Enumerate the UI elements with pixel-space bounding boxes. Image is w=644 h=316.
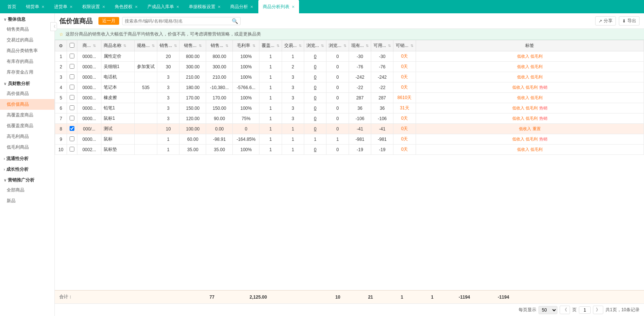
sidebar-group-finance[interactable]: ∨ 员财数分析 [0,78,54,88]
nav-purchase-order[interactable]: 进货单 ✕ [50,0,77,13]
sidebar-item-high-coverage[interactable]: 高覆盖度商品 [0,110,54,120]
footer-col12: 1 [431,295,433,300]
row-checkbox[interactable] [70,64,74,69]
row-checkbox[interactable] [70,116,74,120]
stock-link[interactable]: 0 [314,85,316,90]
per-page-select[interactable]: 50 100 200 [539,306,557,314]
col-current-stock-header[interactable]: 现有... ⇅ [349,40,371,51]
sidebar-item-low-coverage[interactable]: 低覆盖度商品 [0,120,54,131]
row-checkbox-cell[interactable] [67,62,77,72]
nav-role-auth[interactable]: 角色授权 ✕ [110,0,142,13]
sidebar-item-category-sales-rate[interactable]: 商品分类销售率 [0,45,54,56]
close-icon[interactable]: ✕ [176,5,179,9]
close-icon[interactable]: ✕ [250,5,253,9]
sidebar-item-stock-capital[interactable]: 库存资金占用 [0,67,54,78]
nav-permission[interactable]: 权限设置 ✕ [78,0,110,13]
row-num: 10 [55,145,67,155]
row-checkbox-cell[interactable] [67,145,77,155]
row-checkbox-cell[interactable] [67,72,77,82]
row-checkbox-cell[interactable] [67,51,77,62]
row-checkbox[interactable] [70,105,74,110]
stock-link[interactable]: 0 [314,64,316,69]
search-icon[interactable]: 🔍 [232,18,238,24]
col-sales2-header[interactable]: 销售... ⇅ [180,40,206,51]
stock-link[interactable]: 0 [314,95,316,101]
row-checkbox[interactable] [70,147,74,152]
nav-product-inbound[interactable]: 产成品入库单 ✕ [143,0,184,13]
row-checkbox-cell[interactable] [67,82,77,93]
col-transaction-header[interactable]: 交易... ⇅ [282,40,304,51]
sidebar-item-high-profit[interactable]: 高毛利商品 [0,131,54,142]
col-coverage-header[interactable]: 覆盖... ⇅ [259,40,282,51]
stock-link[interactable]: 0 [314,54,316,59]
col-sales3-header[interactable]: 销售... ⇅ [206,40,233,51]
current-page-input[interactable] [579,306,591,314]
sidebar-item-low-profit[interactable]: 低毛利商品 [0,142,54,153]
row-checkbox-cell[interactable] [67,134,77,145]
nav-product-analysis-list[interactable]: 商品分析列表 ✕ [258,0,299,13]
sidebar-group-marketing[interactable]: ∨ 营销推广分析 [0,174,54,185]
prev-page-button[interactable]: 《 [560,306,570,314]
share-button[interactable]: ↗ 分享 [595,16,616,26]
row-profit-rate: 100% [233,103,259,113]
col-views1-header[interactable]: 浏览... ⇅ [304,40,326,51]
sidebar-item-traded-products[interactable]: 交易过的商品 [0,35,54,45]
search-input[interactable] [125,18,232,24]
select-all-checkbox[interactable] [70,43,74,48]
sidebar-item-all-products[interactable]: 全部商品 [0,185,54,196]
stock-link[interactable]: 0 [314,147,316,152]
sidebar-group-liquidity[interactable]: › 流通性分析 [0,153,54,163]
close-icon[interactable]: ✕ [41,5,44,9]
col-spec-header[interactable]: 规格... ⇅ [135,40,157,51]
sidebar-item-in-stock[interactable]: 有库存的商品 [0,56,54,67]
stock-link[interactable]: 0 [314,106,316,111]
col-profit-rate-header[interactable]: 毛利率 ⇅ [233,40,259,51]
col-saleable-header[interactable]: 可销... ⇅ [393,40,416,51]
row-transaction: 3 [282,82,304,93]
row-checkbox[interactable] [70,74,74,79]
col-code-header[interactable]: 商... ⇅ [77,40,101,51]
col-available-header[interactable]: 可用... ⇅ [371,40,393,51]
sidebar-group-overall[interactable]: ∨ 整体信息 [0,13,54,24]
close-icon[interactable]: ✕ [292,5,295,9]
stock-link[interactable]: 0 [314,116,316,121]
close-icon[interactable]: ✕ [135,5,138,9]
stock-link[interactable]: 0 [314,75,316,80]
col-checkbox-all[interactable] [67,40,77,51]
sidebar-item-new-products[interactable]: 新品 [0,196,54,206]
nav-sales-order[interactable]: 销货单 ✕ [21,0,49,13]
row-checkbox[interactable] [70,136,74,141]
sidebar-group-growth[interactable]: › 成长性分析 [0,163,54,174]
stock-link[interactable]: 0 [314,126,316,132]
row-checkbox-cell[interactable] [67,93,77,103]
row-checkbox-cell[interactable] [67,113,77,124]
row-name: 鼠标垫 [101,145,135,155]
sidebar-item-low-value[interactable]: 低价值商品 [0,99,54,110]
row-checkbox-cell[interactable] [67,103,77,113]
row-checkbox[interactable] [70,126,74,131]
sidebar-item-high-value[interactable]: 高价值商品 [0,88,54,99]
col-gear[interactable]: ⚙ [55,40,67,51]
sidebar-collapse-button[interactable]: 《 [50,22,57,31]
row-views1: 0 [304,62,326,72]
footer-col10: 21 [368,295,373,300]
col-name-header[interactable]: 商品名称 ⇅ [101,40,135,51]
next-page-button[interactable]: 》 [593,306,603,314]
row-checkbox-cell[interactable] [67,124,77,134]
close-icon[interactable]: ✕ [102,5,105,9]
row-checkbox[interactable] [70,85,74,89]
table-row: 5 0000... 橡皮擦 3 170.00 170.00 100% 1 3 0… [55,93,644,103]
row-checkbox[interactable] [70,54,74,58]
export-button[interactable]: ⬇ 导出 [619,16,640,26]
nav-home[interactable]: 首页 [3,0,21,13]
period-button[interactable]: 近一月 [98,17,119,25]
nav-template-setting[interactable]: 单据模板设置 ✕ [184,0,225,13]
col-sales1-header[interactable]: 销售... ⇅ [157,40,180,51]
row-checkbox[interactable] [70,95,74,100]
col-views2-header[interactable]: 浏览... ⇅ [326,40,349,51]
table-container[interactable]: ⚙ 商... ⇅ 商品名称 ⇅ 规格... ⇅ 销售... ⇅ 销售... ⇅ … [55,40,644,290]
sidebar-item-sales-products[interactable]: 销售类商品 [0,24,54,35]
nav-product-analysis[interactable]: 商品分析 ✕ [226,0,258,13]
close-icon[interactable]: ✕ [70,5,73,9]
close-icon[interactable]: ✕ [218,5,221,9]
